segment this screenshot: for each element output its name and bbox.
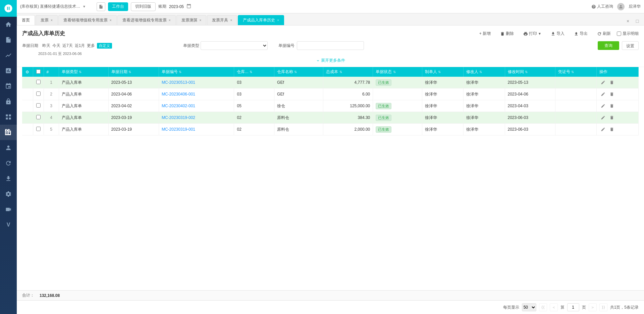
maximize-window-button[interactable]: □ — [633, 17, 641, 25]
col-doc-no[interactable]: 单据编号 ⇅ — [159, 67, 234, 77]
tab-invoice-open-close[interactable]: × — [230, 18, 232, 22]
app-logo[interactable] — [0, 0, 17, 17]
row-checkbox[interactable] — [33, 88, 44, 100]
sidebar-item-upload[interactable] — [0, 171, 17, 186]
dropdown-icon[interactable]: ▼ — [83, 5, 86, 8]
row-edit-button[interactable] — [599, 79, 607, 86]
doc-no-link[interactable]: MC-20230406-001 — [162, 92, 195, 97]
table-row[interactable]: 2 产品入库单 2023-04-06 MC-20230406-001 03 GE… — [22, 88, 639, 100]
doc-no-link[interactable]: MC-20230319-002 — [162, 115, 195, 120]
new-button[interactable]: + 新增 — [476, 29, 494, 38]
row-doc-no[interactable]: MC-20230319-002 — [159, 112, 234, 124]
row-delete-button[interactable] — [608, 79, 615, 86]
import-button[interactable]: 导入 — [547, 29, 568, 38]
row-edit-button[interactable] — [599, 126, 607, 133]
sidebar-item-inventory[interactable] — [0, 125, 17, 140]
col-creator[interactable]: 制单人 ⇅ — [422, 67, 463, 77]
row-settings[interactable] — [22, 112, 33, 124]
sidebar-item-chart[interactable] — [0, 48, 17, 63]
shortcut-today[interactable]: 今天 — [52, 43, 60, 49]
col-modify-time[interactable]: 修改时间 ⇅ — [505, 67, 555, 77]
row-checkbox[interactable] — [33, 112, 44, 124]
sidebar-item-refresh[interactable] — [0, 155, 17, 171]
row-select-checkbox[interactable] — [36, 91, 41, 96]
doc-no-link[interactable]: MC-20230402-001 — [162, 104, 195, 108]
tab-invoice-close[interactable]: × — [51, 18, 53, 22]
row-delete-button[interactable] — [608, 90, 615, 98]
first-page-button[interactable]: ⟨⟨ — [539, 303, 547, 311]
sidebar-item-user[interactable] — [0, 140, 17, 155]
workbench-button[interactable]: 工作台 — [108, 2, 128, 11]
doc-no-input[interactable] — [297, 41, 364, 50]
doc-no-link[interactable]: MC-20230319-001 — [162, 127, 195, 132]
sidebar-item-video[interactable] — [0, 202, 17, 217]
sidebar-item-home[interactable] — [0, 17, 17, 32]
page-input[interactable] — [567, 303, 579, 311]
tab-home[interactable]: 首页 — [17, 15, 35, 25]
row-select-checkbox[interactable] — [36, 80, 41, 84]
last-page-button[interactable]: ⟩⟩ — [599, 303, 607, 311]
row-select-checkbox[interactable] — [36, 115, 41, 119]
table-row[interactable]: 5 产品入库单 2023-03-19 MC-20230319-001 02 原料… — [22, 124, 639, 135]
row-edit-button[interactable] — [599, 90, 607, 98]
prev-page-button[interactable]: ＜ — [550, 303, 558, 311]
row-delete-button[interactable] — [608, 102, 615, 110]
col-doc-type[interactable]: 单据类型 ⇅ — [59, 67, 108, 77]
col-modifier[interactable]: 修改人 ⇅ — [464, 67, 505, 77]
tab-invoice-calc[interactable]: 发票测算 × — [176, 15, 207, 25]
delete-button[interactable]: 删除 — [497, 29, 517, 38]
table-row[interactable]: 1 产品入库单 2023-05-13 MC-20230513-001 03 GE… — [22, 77, 639, 88]
row-settings[interactable] — [22, 88, 33, 100]
doc-no-link[interactable]: MC-20230513-001 — [162, 80, 195, 85]
sidebar-item-analytics[interactable] — [0, 63, 17, 78]
col-warehouse-name[interactable]: 仓库名称 ⇅ — [274, 67, 323, 77]
print-button[interactable]: 打印 ▼ — [520, 29, 545, 38]
col-warehouse-code[interactable]: 仓库... ⇅ — [234, 67, 274, 77]
shortcut-7days[interactable]: 近7天 — [62, 43, 73, 49]
refresh-button[interactable]: 刷新 — [594, 29, 614, 38]
tab-check-sale[interactable]: 查看销项增值税专用发票 × — [58, 15, 117, 25]
table-row[interactable]: 3 产品入库单 2023-04-02 MC-20230402-001 05 徐仓… — [22, 100, 639, 112]
tab-invoice-open[interactable]: 发票开具 × — [207, 15, 237, 25]
col-checkbox-header[interactable] — [33, 67, 44, 77]
row-settings[interactable] — [22, 77, 33, 88]
row-checkbox[interactable] — [33, 100, 44, 112]
row-edit-button[interactable] — [599, 114, 607, 121]
sidebar-item-v[interactable]: V — [0, 217, 17, 233]
select-all-checkbox[interactable] — [36, 69, 41, 74]
tab-check-purchase[interactable]: 查看进项增值税专用发票 × — [117, 15, 176, 25]
sidebar-item-lock[interactable] — [0, 94, 17, 109]
col-doc-date[interactable]: 单据日期 ⇅ — [108, 67, 159, 77]
calendar-icon[interactable] — [186, 4, 191, 9]
row-checkbox[interactable] — [33, 77, 44, 88]
export-button[interactable]: 导出 — [571, 29, 591, 38]
row-settings[interactable] — [22, 124, 33, 135]
close-window-button[interactable]: × — [624, 17, 632, 25]
shortcut-custom[interactable]: 自定义 — [97, 43, 112, 49]
tab-product-history-close[interactable]: × — [277, 18, 279, 22]
shortcut-yesterday[interactable]: 昨天 — [42, 43, 50, 49]
row-doc-no[interactable]: MC-20230402-001 — [159, 100, 234, 112]
sidebar-item-doc[interactable] — [0, 32, 17, 48]
col-settings[interactable]: ⚙ — [22, 67, 33, 77]
col-doc-status[interactable]: 单据状态 ⇅ — [373, 67, 422, 77]
expand-filter-button[interactable]: 展开更多条件 — [316, 58, 345, 63]
doc-type-select[interactable]: 产品入库单 — [201, 41, 268, 50]
col-total-cost[interactable]: 总成本 ⇅ — [323, 67, 373, 77]
row-edit-button[interactable] — [599, 102, 607, 110]
row-delete-button[interactable] — [608, 114, 615, 121]
tab-invoice-calc-close[interactable]: × — [200, 18, 202, 22]
row-delete-button[interactable] — [608, 126, 615, 133]
row-checkbox[interactable] — [33, 124, 44, 135]
table-row[interactable]: 4 产品入库单 2023-03-19 MC-20230319-002 02 原料… — [22, 112, 639, 124]
shortcut-more[interactable]: 更多 — [87, 43, 95, 49]
row-doc-no[interactable]: MC-20230513-001 — [159, 77, 234, 88]
tab-invoice[interactable]: 发票 × — [36, 15, 58, 25]
tab-check-sale-close[interactable]: × — [110, 18, 112, 22]
shortcut-1month[interactable]: 近1月 — [75, 43, 85, 49]
row-select-checkbox[interactable] — [36, 127, 41, 131]
sidebar-item-settings[interactable] — [0, 186, 17, 202]
query-button[interactable]: 查询 — [598, 41, 619, 50]
tab-product-history[interactable]: 产成品入库单历史 × — [238, 15, 284, 25]
tab-check-purchase-close[interactable]: × — [169, 18, 171, 22]
